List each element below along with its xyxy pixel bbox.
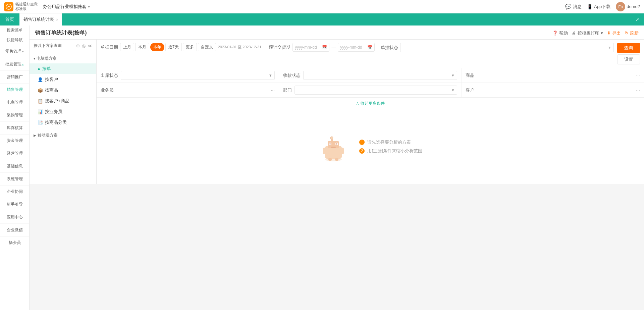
empty-illustration [318,129,348,164]
sidebar-item-wholesale[interactable]: 批发管理 ▴ [0,58,29,71]
shipment-status-label: 出库状态 [101,72,118,79]
date-from-input[interactable]: yyyy-mm-dd 📅 [292,43,329,52]
print-button[interactable]: 🖨 按模板打印 ▾ [572,30,603,36]
sidebar-quick-nav[interactable]: 快捷导航 [0,35,29,45]
shipment-status-select[interactable]: ▾ [121,71,275,80]
salesperson-dots-button[interactable]: ··· [271,88,275,93]
settings-button[interactable]: 设置 [617,54,640,64]
collapse-icon: ∧ [356,101,360,106]
payment-status-label: 收款状态 [283,72,301,79]
app-download-button[interactable]: 📱 App下载 [587,4,610,10]
right-panel: 单据日期 上月 本月 本年 近7天 更多 自定义 2023-01-01 至 20… [97,40,644,184]
sidebar: 搜索菜单 快捷导航 零售管理 ▾ 批发管理 ▴ 营销推广 销售管理 电商管理 采… [0,25,30,310]
shipment-status-cell: 出库状态 ▾ [97,68,279,83]
this-month-btn[interactable]: 本月 [135,43,149,51]
department-cell: 部门 ▾ [279,83,462,97]
svg-point-0 [6,4,11,9]
scheme-by-customer-product[interactable]: 📋 按客户+商品 [30,96,96,106]
sidebar-item-retail[interactable]: 零售管理 ▾ [0,45,29,58]
refresh-button[interactable]: ↻ 刷新 [625,30,639,36]
by-order-icon: ● [38,66,40,71]
more-btn[interactable]: 更多 [183,43,197,51]
date-to-input[interactable]: yyyy-mm-dd 📅 [338,43,375,52]
sidebar-item-marketing[interactable]: 营销推广 [0,71,29,84]
sidebar-item-appstore[interactable]: 应用中心 [0,211,29,224]
tab-home[interactable]: 首页 [0,13,19,25]
shipment-select-arrow: ▾ [269,73,272,78]
svg-point-7 [336,143,337,145]
by-category-icon: 📑 [38,120,43,125]
mobile-section-arrow-icon: ▶ [34,134,36,137]
tab-close-icon[interactable]: × [56,17,58,21]
scheme-by-customer[interactable]: 👤 按客户 [30,74,96,85]
pc-section: ▾ 电脑端方案 ● 按单 👤 按客户 📦 按 [30,52,96,129]
print-icon: 🖨 [572,31,576,36]
empty-state-content: 1 请先选择要分析的方案 2 用[过滤]条件来缩小分析范围 [318,129,422,164]
collapse-panel-icon[interactable]: ≪ [88,43,92,48]
last7-btn[interactable]: 近7天 [165,43,182,51]
export-button[interactable]: ⬇ 导出 [607,30,621,36]
svg-point-6 [329,143,331,145]
sidebar-item-operations[interactable]: 经营管理 [0,147,29,160]
breadcrumb[interactable]: 办公用品行业模拟账套 ▾ [43,4,90,10]
logo-text: 畅捷通好生意 标准版 [15,2,38,11]
order-status-select[interactable]: ▾ [400,43,614,52]
department-select[interactable]: ▾ [294,86,457,95]
this-year-btn[interactable]: 本年 [150,43,164,51]
svg-point-14 [330,137,333,139]
add-scheme-icon[interactable]: ⊕ [76,43,80,48]
message-button[interactable]: 💬 消息 [565,4,582,10]
scheme-by-salesperson[interactable]: 📊 按业务员 [30,106,96,117]
collapse-bar[interactable]: ∧ 收起更多条件 [97,98,644,109]
svg-rect-8 [331,147,336,148]
print-arrow-icon: ▾ [601,31,603,36]
customer-dots-button[interactable]: ··· [636,88,640,93]
tab-bar-actions: — ⤢ [623,15,644,23]
left-panel: 按以下方案查询 ⊕ ◎ ≪ ▾ 电脑端方案 ● [30,40,97,184]
settings-scheme-icon[interactable]: ◎ [82,43,86,48]
status-select-arrow: ▾ [608,45,611,50]
sidebar-item-ecommerce[interactable]: 电商管理 [0,96,29,109]
svg-rect-10 [341,148,344,154]
sidebar-search[interactable]: 搜索菜单 [0,25,29,35]
scheme-by-order[interactable]: ● 按单 [30,63,96,74]
scheme-by-product[interactable]: 📦 按商品 [30,85,96,96]
sidebar-item-purchase[interactable]: 采购管理 [0,109,29,122]
product-dots-button[interactable]: ··· [636,73,640,78]
filter-row-2: 出库状态 ▾ 收款状态 ▾ [97,68,644,83]
tab-minimize-button[interactable]: — [623,15,631,23]
sidebar-item-corpwechat[interactable]: 企业微信 [0,224,29,237]
empty-hint-1: 1 请先选择要分析的方案 [359,139,422,145]
sidebar-item-sales[interactable]: 销售管理 [0,84,29,96]
sidebar-item-basic[interactable]: 基础信息 [0,160,29,173]
sidebar-item-member[interactable]: 畅会员 [0,237,29,249]
mobile-section: ▶ 移动端方案 [30,129,96,142]
mobile-section-title[interactable]: ▶ 移动端方案 [30,131,96,140]
sidebar-item-finance[interactable]: 资金管理 [0,135,29,147]
download-icon: 📱 [587,4,593,9]
sidebar-item-system[interactable]: 系统管理 [0,173,29,186]
tab-active[interactable]: 销售订单统计表 × [19,13,62,25]
order-status-label: 单据状态 [381,45,398,51]
custom-btn[interactable]: 自定义 [198,43,216,51]
customer-label: 客户 [466,87,474,93]
pc-section-arrow-icon: ▾ [34,57,35,60]
left-panel-header-icons: ⊕ ◎ ≪ [76,43,92,48]
sidebar-item-inventory[interactable]: 库存核算 [0,122,29,135]
query-button[interactable]: 查询 [617,43,640,53]
sidebar-item-enterprise[interactable]: 企业协同 [0,186,29,198]
pc-section-title[interactable]: ▾ 电脑端方案 [30,54,96,63]
tab-maximize-button[interactable]: ⤢ [633,15,641,23]
user-menu[interactable]: Ea demo2 [616,2,640,11]
prev-month-btn[interactable]: 上月 [120,43,134,51]
empty-hints: 1 请先选择要分析的方案 2 用[过滤]条件来缩小分析范围 [359,139,422,154]
avatar: Ea [616,2,625,11]
payment-status-cell: 收款状态 ▾ [279,68,462,83]
scheme-by-category[interactable]: 📑 按商品分类 [30,117,96,128]
action-buttons: 查询 设置 [617,43,640,64]
calendar-icon: 📅 [322,45,327,50]
sidebar-item-newbie[interactable]: 新手引导 [0,198,29,211]
salesperson-label: 业务员 [101,87,114,93]
help-button[interactable]: ❓ 帮助 [552,30,568,36]
payment-status-select[interactable]: ▾ [303,71,457,80]
